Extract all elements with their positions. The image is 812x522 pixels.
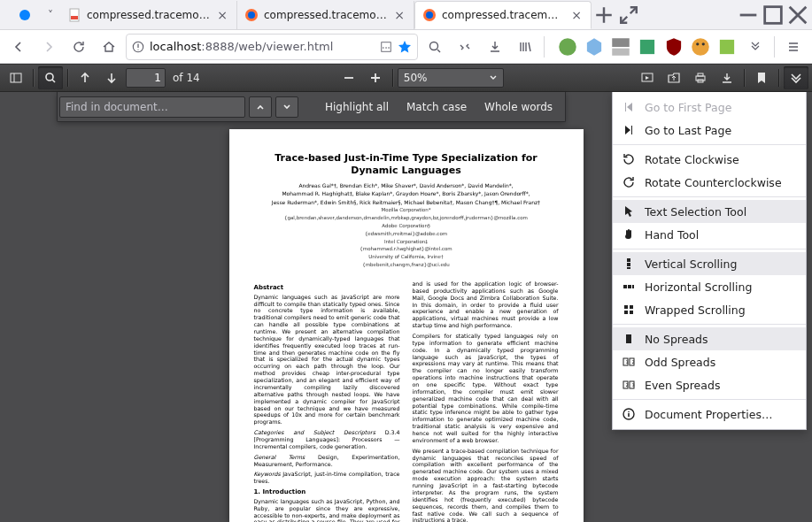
find-next-button[interactable] [275,96,298,118]
forward-button [35,34,62,60]
match-case-toggle[interactable]: Match case [399,96,474,118]
menu-text-select-tool[interactable]: Text Selection Tool [613,200,806,223]
presentation-mode-button[interactable] [635,66,660,89]
extension-7-icon[interactable] [715,35,739,58]
affiliation: {mohammad.r.haghighat}@intel.com [254,246,559,252]
svg-rect-35 [626,334,631,343]
window-maximize-button[interactable] [761,3,785,27]
menu-rotate-cw[interactable]: Rotate Clockwise [613,148,806,171]
find-bar: Highlight all Match case Whole words [57,92,566,122]
document-title: Trace-based Just-in-Time Type Specializa… [254,152,559,177]
firefox-account-dot[interactable] [19,10,30,20]
browser-tab[interactable]: compressed.tracemonke × [414,1,592,29]
find-input[interactable] [59,96,245,118]
bookmark-button[interactable] [749,66,774,89]
extension-1-icon[interactable] [556,35,579,58]
menu-scroll-wrapped[interactable]: Wrapped Scrolling [613,298,806,321]
zoom-select[interactable]: 50% [398,68,504,88]
open-file-button[interactable] [661,66,686,89]
close-icon[interactable]: × [569,8,584,22]
back-button[interactable] [5,34,32,60]
scroll-vertical-icon [622,257,636,271]
menu-spread-none[interactable]: No Spreads [613,327,806,350]
address-bar[interactable]: localhost:8888/web/viewer.html ••• [126,34,418,60]
spread-even-icon: 23 [622,378,636,392]
hand-icon [622,227,636,242]
menu-rotate-ccw[interactable]: Rotate Counterclockwise [613,171,806,194]
svg-text:3: 3 [632,382,635,388]
paragraph: Compilers for statically typed languages… [413,333,559,444]
svg-text:1: 1 [626,359,629,365]
svg-rect-31 [624,305,628,309]
paragraph: Dynamic languages such as JavaScript are… [254,294,400,426]
sidebar-toggle-button[interactable] [4,66,28,89]
spread-none-icon [622,332,636,346]
window-close-button[interactable] [785,3,810,27]
menu-spread-even[interactable]: 23Even Spreads [613,373,806,396]
search-button[interactable] [421,34,448,60]
menu-scroll-vertical[interactable]: Vertical Scrolling [613,252,806,275]
download-button[interactable] [715,66,739,89]
menu-scroll-horizontal[interactable]: Horizontal Scrolling [613,275,806,298]
window-minimize-button[interactable] [736,3,761,27]
svg-rect-18 [720,39,734,53]
menu-last-page[interactable]: Go to Last Page [613,119,806,142]
url-text: localhost:8888/web/viewer.html [150,40,375,53]
new-tab-button[interactable] [592,3,616,27]
whole-words-toggle[interactable]: Whole words [477,96,560,118]
svg-rect-28 [623,285,627,288]
affiliation: Intel Corporation‡ [254,239,559,245]
tab-label: compressed.tracemonkey-p [87,9,210,21]
find-toggle-button[interactable] [38,66,63,89]
pdf-favicon-icon [67,8,81,22]
library-button[interactable] [512,34,538,60]
extension-2-icon[interactable] [583,35,606,58]
downloads-button[interactable] [482,34,508,60]
prev-page-button[interactable] [73,66,97,89]
svg-point-17 [702,42,705,45]
pdf-toolbar: of 14 50% [0,64,812,92]
extension-4-icon[interactable] [636,35,659,58]
svg-rect-13 [612,48,630,55]
expand-window-icon[interactable] [616,3,641,27]
permissions-icon[interactable]: ••• [380,41,392,53]
menu-spread-odd[interactable]: 12Odd Spreads [613,350,806,373]
extension-6-icon[interactable] [689,35,712,58]
ublock-icon[interactable] [662,35,685,58]
devtools-button[interactable] [452,34,478,60]
close-icon[interactable]: × [215,8,229,22]
secondary-toolbar-toggle[interactable] [784,66,808,89]
browser-tab[interactable]: compressed.tracemonke × [237,1,414,29]
close-icon[interactable]: × [392,8,406,22]
info-icon [622,407,636,421]
bookmark-star-icon[interactable] [398,40,412,54]
browser-tab[interactable]: compressed.tracemonkey-p × [60,1,237,29]
page-number-input[interactable] [126,68,166,88]
menu-doc-properties[interactable]: Document Properties… [613,403,806,426]
extension-3-icon[interactable] [609,35,632,58]
rotate-cw-icon [622,152,636,166]
rotate-ccw-icon [622,175,636,189]
svg-point-20 [46,73,53,81]
next-page-button[interactable] [99,66,124,89]
reload-button[interactable] [66,34,92,60]
paragraph: Dynamic languages such as JavaScript, Py… [254,498,400,522]
find-prev-button[interactable] [249,96,272,118]
overflow-icon[interactable] [742,34,769,60]
first-page-icon [622,100,636,114]
svg-rect-14 [640,39,654,53]
site-info-icon[interactable] [132,41,144,53]
zoom-out-button[interactable] [336,66,361,89]
app-menu-button[interactable] [780,34,807,60]
menu-hand-tool[interactable]: Hand Tool [613,223,806,246]
zoom-in-button[interactable] [363,66,388,89]
svg-rect-34 [630,311,633,314]
tab-label: compressed.tracemonke [264,9,387,21]
home-button[interactable] [96,34,122,60]
highlight-all-toggle[interactable]: Highlight all [318,96,396,118]
tab-list-dropdown-icon[interactable]: ˅ [41,9,60,21]
authors-line: Jesse Ruderman*, Edwin Smith§, Rick Reit… [254,199,559,206]
affiliation: Mozilla Corporation* [254,207,559,213]
print-button[interactable] [688,66,713,89]
firefox-favicon-icon [422,8,437,22]
